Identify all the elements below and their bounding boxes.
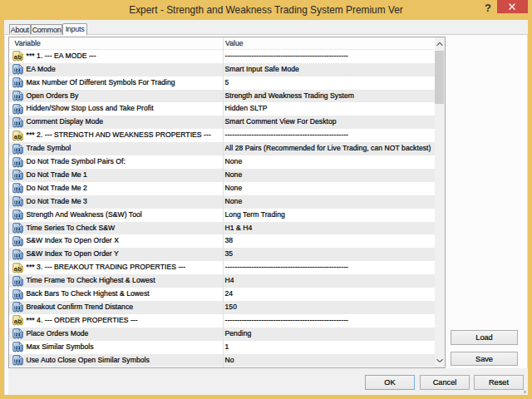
svg-text:ab: ab	[14, 133, 22, 140]
svg-text:ab: ab	[14, 318, 22, 325]
svg-text:ab: ab	[14, 53, 22, 61]
svg-text:ab: ab	[14, 265, 22, 273]
